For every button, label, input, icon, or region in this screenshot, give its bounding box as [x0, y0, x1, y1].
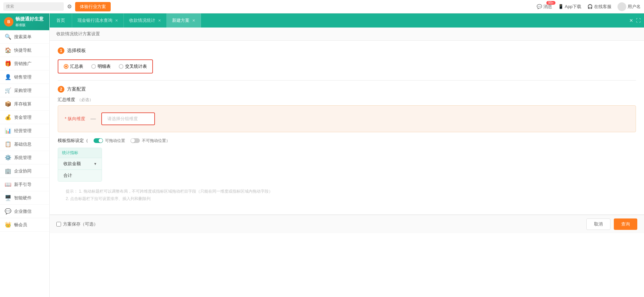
header-search-bar[interactable]: 搜索	[3, 2, 64, 11]
marketing-icon: 🎁	[5, 60, 11, 67]
sidebar-item-purchase[interactable]: 🛒 采购管理	[0, 84, 49, 97]
save-checkbox-label: 方案保存（可选）	[63, 221, 98, 227]
sidebar-item-inventory[interactable]: 📦 库存核算	[0, 97, 49, 111]
sidebar-item-label: 采购管理	[14, 88, 32, 94]
section2-number: 2	[58, 86, 64, 93]
metrics-section: 模板指标设定（ 可拖动位置 不可拖动位置）	[58, 138, 636, 183]
wechat-icon: 💬	[5, 208, 11, 214]
sidebar-item-search-menu[interactable]: 🔍 搜索菜单	[0, 30, 49, 44]
sidebar-item-label: 畅会员	[14, 222, 27, 228]
page-inner: 收款情况统计方案设置 1 选择模板 汇总表	[50, 28, 644, 297]
tab-payment-stats-close-icon[interactable]: ✕	[158, 18, 161, 23]
dimension-selector[interactable]: 请选择分组维度	[101, 112, 155, 125]
tab-bar: 首页 现金银行流水查询 ✕ 收款情况统计 ✕ 新建方案 ✕ ✕ ⛶	[50, 13, 644, 28]
section1-header: 1 选择模板	[58, 47, 636, 54]
dimension-row-label: * 纵向维度	[65, 116, 85, 122]
sidebar-item-basic-info[interactable]: 📋 基础信息	[0, 138, 49, 151]
section2: 2 方案配置 汇总维度 （必选） * 纵向维度 —	[50, 86, 644, 215]
dimension-row: * 纵向维度 — 请选择分组维度	[65, 112, 629, 125]
sidebar-item-hardware[interactable]: 🖥️ 智能硬件	[0, 191, 49, 205]
basic-info-icon: 📋	[5, 141, 11, 147]
online-support-button[interactable]: 🎧 在线客服	[587, 4, 611, 10]
sidebar-item-guide[interactable]: 📖 新手引导	[0, 178, 49, 191]
main-content: 首页 现金银行流水查询 ✕ 收款情况统计 ✕ 新建方案 ✕ ✕ ⛶	[50, 13, 644, 297]
tab-bar-actions: ✕ ⛶	[626, 13, 644, 28]
metrics-label: 模板指标设定（	[58, 138, 88, 144]
sidebar-item-label: 快捷导航	[14, 47, 32, 53]
cancel-button[interactable]: 取消	[586, 218, 610, 230]
tab-home[interactable]: 首页	[50, 13, 72, 28]
sidebar-item-label: 基础信息	[14, 141, 32, 147]
save-checkbox[interactable]	[56, 222, 61, 227]
summary-dim-header: 汇总维度 （必选）	[58, 97, 636, 103]
page-title: 收款情况统计方案设置	[56, 31, 100, 36]
tab-bank-flow-close-icon[interactable]: ✕	[115, 18, 118, 23]
sidebar-item-operation[interactable]: 📊 经营管理	[0, 124, 49, 138]
logo-text: 畅捷通好生意	[15, 16, 44, 22]
metrics-cell-1: 合计	[58, 170, 102, 181]
edition-label: 标准版	[15, 23, 44, 28]
search-menu-icon: 🔍	[5, 34, 11, 40]
section2-header: 2 方案配置	[58, 86, 636, 93]
trial-button[interactable]: 体验行业方案	[75, 2, 111, 11]
non-draggable-label: 不可拖动位置）	[142, 138, 170, 144]
messages-button[interactable]: 💬 消息 99+	[537, 4, 552, 10]
radio-summary[interactable]: 汇总表	[64, 63, 83, 69]
non-draggable-hint: 不可拖动位置）	[130, 138, 170, 144]
gear-icon[interactable]: ⚙	[67, 3, 72, 10]
sidebar-item-enterprise[interactable]: 🏢 企业协同	[0, 164, 49, 178]
online-support-label: 在线客服	[594, 4, 611, 10]
app-download-button[interactable]: 📱 App下载	[558, 4, 581, 10]
sidebar-item-member[interactable]: 👑 畅会员	[0, 218, 49, 232]
purchase-icon: 🛒	[5, 87, 11, 94]
sidebar-item-label: 搜索菜单	[14, 34, 32, 40]
header-right: 💬 消息 99+ 📱 App下载 🎧 在线客服 用户名	[537, 2, 641, 11]
tip-1: 提示： 1. 拖动标题栏可以调整布局，不可跨维度或指标区域拖动栏目字段（只能在同…	[66, 188, 628, 195]
sidebar-item-system[interactable]: ⚙️ 系统管理	[0, 151, 49, 164]
save-option[interactable]: 方案保存（可选）	[56, 221, 98, 227]
radio-detail-dot	[91, 64, 96, 69]
metrics-cell-0[interactable]: 收款金额 ▾	[58, 158, 102, 170]
sidebar-item-label: 新手引导	[14, 182, 32, 188]
close-window-icon[interactable]: ✕	[629, 18, 633, 23]
tab-bank-flow[interactable]: 现金银行流水查询 ✕	[72, 13, 124, 28]
metrics-cell-0-chevron[interactable]: ▾	[94, 161, 96, 166]
tip-2: 2. 点击标题栏下拉可设置排序、插入列和删除列	[66, 195, 628, 203]
section-divider	[58, 80, 636, 81]
metrics-cell-0-label: 收款金额	[63, 161, 81, 167]
avatar	[618, 2, 626, 11]
radio-summary-label: 汇总表	[70, 63, 83, 69]
sidebar-item-label: 系统管理	[14, 155, 32, 161]
summary-dim-required: （必选）	[77, 97, 93, 103]
sidebar-item-finance[interactable]: 💰 资金管理	[0, 111, 49, 124]
metrics-cell-1-label: 合计	[63, 172, 72, 179]
tab-new-plan-close-icon[interactable]: ✕	[192, 18, 195, 23]
tab-home-label: 首页	[56, 17, 65, 23]
dimension-area: * 纵向维度 — 请选择分组维度	[58, 105, 636, 132]
sidebar-item-sales[interactable]: 👤 销售管理	[0, 70, 49, 84]
sidebar-item-label: 企业协同	[14, 168, 32, 174]
app-body: B 畅捷通好生意 标准版 🔍 搜索菜单 🏠 快捷导航 🎁 营销推广 👤 销售管理…	[0, 13, 644, 297]
sidebar-item-quick-nav[interactable]: 🏠 快捷导航	[0, 44, 49, 57]
top-header: 搜索 ⚙ 体验行业方案 💬 消息 99+ 📱 App下载 🎧 在线客服 用户名	[0, 0, 644, 13]
quick-nav-icon: 🏠	[5, 47, 11, 53]
tab-bank-flow-label: 现金银行流水查询	[77, 17, 112, 23]
user-profile[interactable]: 用户名	[618, 2, 641, 11]
section1: 1 选择模板 汇总表 明细表	[50, 41, 644, 80]
tab-new-plan[interactable]: 新建方案 ✕	[167, 13, 201, 28]
query-button[interactable]: 查询	[614, 218, 637, 230]
sidebar-item-marketing[interactable]: 🎁 营销推广	[0, 57, 49, 70]
guide-icon: 📖	[5, 181, 11, 188]
search-placeholder: 搜索	[6, 4, 14, 9]
messages-badge: 99+	[546, 1, 555, 5]
draggable-label: 可拖动位置	[105, 138, 125, 144]
tips-section: 提示： 1. 拖动标题栏可以调整布局，不可跨维度或指标区域拖动栏目字段（只能在同…	[58, 183, 636, 208]
sidebar-item-wechat[interactable]: 💬 企业微信	[0, 205, 49, 218]
user-name: 用户名	[628, 4, 641, 10]
sidebar-item-label: 库存核算	[14, 101, 32, 107]
radio-detail[interactable]: 明细表	[91, 63, 111, 69]
tab-payment-stats[interactable]: 收款情况统计 ✕	[124, 13, 167, 28]
radio-cross[interactable]: 交叉统计表	[119, 63, 147, 69]
maximize-icon[interactable]: ⛶	[636, 18, 641, 23]
draggable-hint: 可拖动位置	[94, 138, 125, 144]
